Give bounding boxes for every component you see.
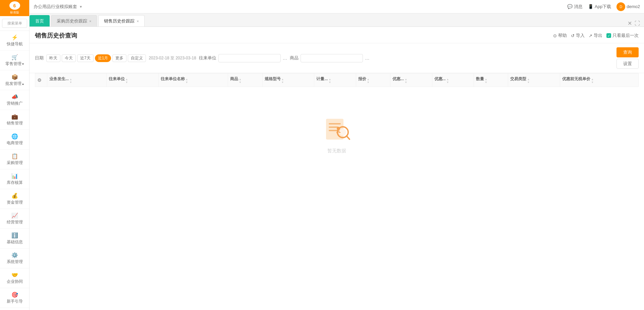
- sidebar-item-sales[interactable]: 💼销售管理: [0, 110, 29, 130]
- col-header-partner_name: 往来单位名称▲▼: [158, 73, 228, 87]
- col-header-price: 报价▲▼: [356, 73, 390, 87]
- sidebar-item-purchase[interactable]: 📋采购管理: [0, 150, 29, 169]
- product-field: 商品 ...: [290, 54, 369, 62]
- import-label: 导入: [576, 33, 585, 39]
- fullscreen-icon[interactable]: ⛶: [635, 20, 640, 27]
- partner-input[interactable]: [218, 54, 281, 62]
- date-btn-today[interactable]: 今天: [62, 54, 76, 62]
- partner-dots[interactable]: ...: [283, 55, 287, 61]
- tab-sales-history[interactable]: 销售历史价跟踪 ×: [98, 15, 144, 27]
- partner-label: 往来单位: [199, 55, 216, 61]
- sidebar-item-label-quick_nav: 快捷导航: [7, 41, 23, 47]
- export-label: 导出: [594, 33, 602, 39]
- sidebar-item-enterprise[interactable]: 🤝企业协同: [0, 268, 29, 288]
- page-container: 销售历史价查询 ⊙ 帮助 ↺ 导入 ↗ 导出 ✓ 只看最后一次: [30, 27, 644, 310]
- date-btn-last1month[interactable]: 近1月: [95, 54, 111, 62]
- user-profile[interactable]: D demo2: [616, 2, 640, 11]
- date-btn-more[interactable]: 更多: [112, 54, 126, 62]
- logo-text: 标准版: [10, 10, 19, 15]
- svg-point-7: [337, 127, 340, 130]
- sort-icon: ▲▼: [69, 78, 72, 84]
- sort-icon: ▲▼: [405, 78, 407, 84]
- sort-icon: ▲▼: [485, 78, 487, 84]
- sidebar-item-finance[interactable]: 💰资金管理: [0, 189, 29, 209]
- date-range: 2023-02-18 至 2023-03-18: [149, 55, 196, 61]
- product-dots[interactable]: ...: [365, 55, 369, 61]
- import-button[interactable]: ↺ 导入: [571, 33, 585, 39]
- sidebar-item-ecommerce[interactable]: 🌐电商管理: [0, 130, 29, 150]
- export-button[interactable]: ↗ 导出: [589, 33, 602, 39]
- tab-sales-close-icon[interactable]: ×: [137, 19, 139, 23]
- sidebar-item-basic_info[interactable]: ℹ️基础信息: [0, 229, 29, 249]
- enterprise-icon: 🤝: [11, 272, 18, 278]
- main-content: 办公用品行业模拟账套 ▾ 💬 消息 📱 App下载 D demo2 首页: [30, 0, 644, 310]
- sidebar-item-label-inventory: 库存核算: [7, 180, 23, 186]
- operations-icon: 📈: [11, 212, 18, 219]
- tabs-bar: 首页 采购历史价跟踪 × 销售历史价跟踪 × ✕ ⛶: [30, 13, 644, 27]
- tab-purchase-close-icon[interactable]: ×: [89, 19, 91, 23]
- system-icon: ⚙️: [11, 252, 18, 258]
- search-menu-button[interactable]: 搜索菜单: [2, 19, 27, 28]
- sidebar-item-label-retail: 零售管理: [5, 61, 21, 67]
- message-button[interactable]: 💬 消息: [567, 4, 583, 10]
- date-btn-custom[interactable]: 自定义: [128, 54, 146, 62]
- sidebar-item-operations[interactable]: 📈经营管理: [0, 209, 29, 229]
- sidebar-item-label-ecommerce: 电商管理: [7, 140, 23, 146]
- inventory-icon: 📊: [11, 173, 18, 179]
- retail-icon: 🛒: [11, 54, 18, 60]
- page-actions: ⊙ 帮助 ↺ 导入 ↗ 导出 ✓ 只看最后一次: [553, 33, 639, 39]
- date-btn-last7days[interactable]: 近7天: [77, 54, 94, 62]
- topbar-title: 办公用品行业模拟账套: [34, 4, 77, 10]
- sidebar-item-inventory[interactable]: 📊库存核算: [0, 169, 29, 189]
- col-header-gear[interactable]: ⚙: [35, 73, 47, 87]
- sidebar-item-app_center[interactable]: 📱应用中心: [0, 308, 29, 310]
- sidebar-item-marketing[interactable]: 📣营销推广: [0, 90, 29, 110]
- help-button[interactable]: ⊙ 帮助: [553, 33, 567, 39]
- import-icon: ↺: [571, 33, 575, 38]
- product-input[interactable]: [301, 54, 363, 62]
- sidebar-item-retail[interactable]: 🛒零售管理▾: [0, 51, 29, 70]
- col-header-business_date: 业务发生...▲▼: [47, 73, 107, 87]
- app-logo: 6 标准版: [0, 0, 29, 16]
- sidebar-item-system[interactable]: ⚙️系统管理: [0, 249, 29, 268]
- only-last-checkbox[interactable]: ✓: [606, 33, 611, 38]
- svg-rect-2: [329, 126, 338, 128]
- search-area: 日期 昨天今天近7天近1月更多自定义 2023-02-18 至 2023-03-…: [30, 43, 644, 73]
- wholesale-icon: 📦: [11, 74, 18, 80]
- sidebar-item-label-operations: 经营管理: [7, 219, 23, 225]
- quick_nav-icon: ⚡: [11, 34, 18, 41]
- col-header-unit: 计量...▲▼: [314, 73, 356, 87]
- date-btn-yesterday[interactable]: 昨天: [46, 54, 60, 62]
- sidebar-item-guide[interactable]: 🎯新手引导: [0, 288, 29, 308]
- svg-rect-1: [329, 123, 341, 124]
- topbar-dropdown-icon[interactable]: ▾: [80, 4, 82, 9]
- purchase-icon: 📋: [11, 153, 18, 159]
- app-download-icon: 📱: [588, 4, 593, 9]
- sort-icon: ▲▼: [185, 78, 188, 84]
- sidebar-item-wholesale[interactable]: 📦批发管理▴: [0, 70, 29, 90]
- svg-line-6: [346, 136, 350, 139]
- export-icon: ↗: [589, 33, 592, 38]
- sidebar-item-quick_nav[interactable]: ⚡快捷导航: [0, 31, 29, 51]
- sidebar-item-label-marketing: 营销推广: [7, 101, 23, 106]
- empty-text: 暂无数据: [327, 148, 346, 154]
- date-label: 日期: [35, 55, 44, 61]
- close-tab-icon[interactable]: ✕: [628, 20, 632, 27]
- sort-icon: ▲▼: [125, 78, 128, 84]
- guide-icon: 🎯: [11, 292, 18, 298]
- topbar-right: 💬 消息 📱 App下载 D demo2: [567, 2, 640, 11]
- query-button[interactable]: 查询: [616, 47, 639, 57]
- page-header: 销售历史价查询 ⊙ 帮助 ↺ 导入 ↗ 导出 ✓ 只看最后一次: [30, 27, 644, 43]
- col-header-spec: 规格型号▲▼: [262, 73, 314, 87]
- settings-button[interactable]: 设置: [616, 59, 639, 69]
- col-header-discount1: 优惠...▲▼: [390, 73, 432, 87]
- tab-home[interactable]: 首页: [30, 15, 50, 27]
- page-title: 销售历史价查询: [35, 32, 77, 40]
- gear-icon[interactable]: ⚙: [37, 78, 42, 83]
- sidebar-item-label-sales: 销售管理: [7, 120, 23, 126]
- tab-purchase-history[interactable]: 采购历史价跟踪 ×: [51, 15, 97, 27]
- sidebar-item-label-finance: 资金管理: [7, 200, 23, 205]
- app-download-button[interactable]: 📱 App下载: [588, 4, 611, 10]
- svg-point-5: [339, 129, 346, 136]
- ecommerce-icon: 🌐: [11, 133, 18, 140]
